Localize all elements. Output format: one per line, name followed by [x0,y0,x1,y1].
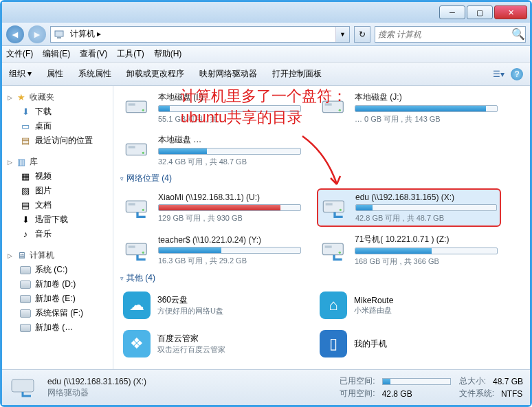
drive-subtext: 129 GB 可用 , 共 930 GB [158,213,301,223]
drive-item[interactable]: 本地磁盘 (J:) … 0 GB 可用 , 共 143 GB [317,89,501,127]
other-name: 我的手机 [354,338,387,350]
menu-bar: 文件(F) 编辑(E) 查看(V) 工具(T) 帮助(H) [2,46,530,63]
svg-rect-3 [129,103,135,105]
search-box[interactable]: 🔍 [375,26,526,43]
drive-item[interactable]: teacher$ (\\10.221.0.24) (Y:) 16.3 GB 可用… [120,231,304,270]
sidebar-item-documents[interactable]: ▤文档 [5,198,113,212]
other-item[interactable]: ☁ 360云盘方便好用的网络U盘 [120,288,304,322]
sidebar-item-downloads[interactable]: ⬇下载 [5,104,113,119]
network-drive-icon [124,236,151,264]
network-drive-icon [124,194,151,221]
sidebar-item-music[interactable]: ♪音乐 [5,227,113,241]
section-other-header[interactable]: ▿其他 (4) [120,272,523,284]
view-mode-button[interactable]: ☰▾ [491,67,505,81]
other-item[interactable]: ▯ 我的手机 [317,327,501,361]
other-item[interactable]: ⌂ MikeRoute小米路由盘 [317,288,501,322]
sidebar-item-desktop[interactable]: ▭桌面 [5,119,113,133]
menu-edit[interactable]: 编辑(E) [43,48,70,60]
download-icon: ⬇ [20,107,31,118]
drive-item[interactable]: edu (\\192.168.31.165) (X:) 42.8 GB 可用 ,… [317,188,501,227]
status-fs-label: 文件系统: [459,388,494,399]
refresh-button[interactable]: ↻ [354,26,370,43]
menu-help[interactable]: 帮助(H) [154,48,182,60]
drive-icon [20,295,31,303]
properties-button[interactable]: 属性 [47,68,63,80]
organize-button[interactable]: 组织 ▾ [9,68,32,80]
desktop-icon: ▭ [20,121,31,132]
svg-point-19 [142,252,144,254]
status-total-value: 48.7 GB [493,377,523,386]
app-icon: ⌂ [320,292,347,319]
system-properties-button[interactable]: 系统属性 [78,68,111,80]
close-button[interactable]: ✕ [494,6,527,19]
status-fs-value: NTFS [501,389,522,399]
menu-tools[interactable]: 工具(T) [117,48,144,60]
section-network-header[interactable]: ▿网络位置 (4) [120,173,523,184]
svg-rect-23 [12,380,34,392]
status-bar: edu (\\192.168.31.165) (X:) 网络驱动器 已用空间: … [2,369,530,405]
menu-file[interactable]: 文件(F) [6,48,33,60]
drive-item[interactable]: XiaoMi (\\192.168.31.1) (U:) 129 GB 可用 ,… [120,188,304,227]
drive-usage-bar [158,247,301,254]
sidebar-item-drive-more[interactable]: 新加卷 (… [5,320,113,335]
minimize-button[interactable]: ─ [439,6,465,19]
address-dropdown[interactable]: ▼ [335,27,349,42]
other-subtext: 双击运行百度云管家 [157,344,225,355]
drive-item[interactable]: 本地磁盘 (I:) 55.1 GB 可用 , 共 … [120,89,304,127]
computer-icon: 🖥 [16,250,27,261]
other-name: 360云盘 [157,294,223,306]
sidebar-computer-header[interactable]: ▷🖥计算机 [5,248,113,263]
help-button[interactable]: ? [511,68,523,80]
back-button[interactable]: ◄ [6,25,24,43]
search-input[interactable] [375,30,511,39]
svg-point-10 [142,152,144,154]
drive-usage-bar [158,204,301,211]
sidebar-item-drive-c[interactable]: 系统 (C:) [5,263,113,277]
computer-icon [51,29,67,40]
network-drive-icon [321,194,348,221]
svg-point-22 [339,252,341,254]
svg-rect-21 [325,245,332,248]
drive-icon [20,266,31,274]
sidebar-item-drive-f[interactable]: 系统保留 (F:) [5,306,113,320]
status-usage-bar [382,378,451,385]
forward-button[interactable]: ► [28,25,46,43]
sidebar-item-drive-d[interactable]: 新加卷 (D:) [5,277,113,292]
drive-subtext: 42.8 GB 可用 , 共 48.7 GB [355,213,497,223]
other-item[interactable]: ❖ 百度云管家双击运行百度云管家 [120,327,304,361]
music-icon: ♪ [20,229,31,240]
sidebar-item-xunlei[interactable]: ⬇迅雷下载 [5,212,113,227]
other-subtext: 小米路由盘 [354,305,393,316]
svg-rect-18 [129,245,135,248]
maximize-button[interactable]: ▢ [467,6,493,19]
sidebar-item-videos[interactable]: ▦视频 [5,169,113,184]
map-drive-button[interactable]: 映射网络驱动器 [199,68,257,80]
svg-rect-12 [129,203,135,205]
xunlei-icon: ⬇ [20,214,31,226]
control-panel-button[interactable]: 打开控制面板 [272,68,322,80]
svg-point-13 [142,209,144,211]
drive-usage-bar [158,148,301,155]
app-icon: ▯ [320,330,347,358]
drive-item[interactable]: 71号机( 10.221.0.71 ) (Z:) 168 GB 可用 , 共 3… [317,231,501,270]
drive-name: 71号机( 10.221.0.71 ) (Z:) [355,234,498,245]
drive-subtext: 168 GB 可用 , 共 366 GB [355,256,498,267]
network-drive-icon [9,374,39,402]
sidebar-library-header[interactable]: ▷▥库 [5,155,113,169]
menu-view[interactable]: 查看(V) [80,48,107,60]
sidebar-item-recent[interactable]: ▤最近访问的位置 [5,133,113,148]
star-icon: ★ [16,92,27,103]
address-bar[interactable]: 计算机 ▸ ▼ [50,26,350,43]
sidebar-item-drive-e[interactable]: 新加卷 (E:) [5,292,113,306]
status-used-label: 已用空间: [340,375,375,387]
sidebar-item-pictures[interactable]: ▧图片 [5,184,113,198]
drive-name: 本地磁盘 … [158,134,301,146]
toolbar: 组织 ▾ 属性 系统属性 卸载或更改程序 映射网络驱动器 打开控制面板 ☰▾ ? [2,63,530,86]
status-title: edu (\\192.168.31.165) (X:) [47,377,146,386]
drive-icon [20,324,31,332]
sidebar-favorites-header[interactable]: ▷★收藏夹 [5,90,113,104]
drive-subtext: 16.3 GB 可用 , 共 29.2 GB [158,256,301,266]
uninstall-button[interactable]: 卸载或更改程序 [126,68,184,80]
drive-item[interactable]: 本地磁盘 … 32.4 GB 可用 , 共 48.7 GB [120,131,304,170]
titlebar: ─ ▢ ✕ [2,2,530,23]
